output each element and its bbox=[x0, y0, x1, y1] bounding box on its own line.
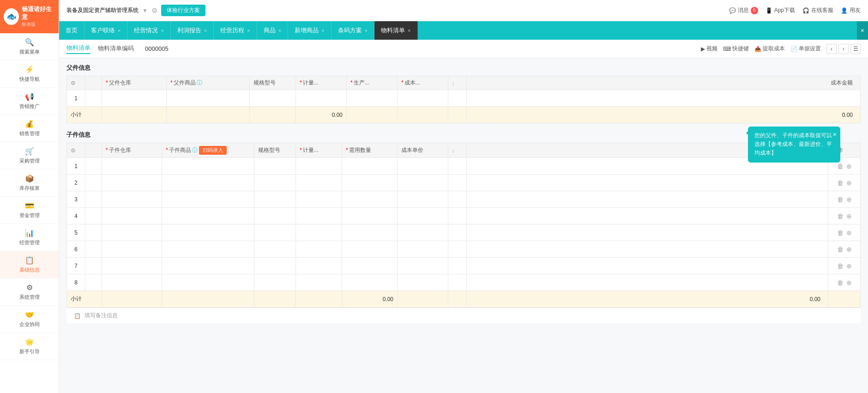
delete-icon[interactable]: 🗑 bbox=[837, 212, 844, 220]
delete-icon[interactable]: 🗑 bbox=[837, 246, 844, 253]
copy-icon[interactable]: ⊕ bbox=[846, 163, 852, 170]
parent-th-settings[interactable]: ⚙ bbox=[67, 76, 85, 90]
action-view[interactable]: ▶ 视频 bbox=[701, 45, 717, 53]
child-cell-spec[interactable] bbox=[254, 158, 296, 175]
copy-icon[interactable]: ⊕ bbox=[846, 212, 852, 220]
copy-icon[interactable]: ⊕ bbox=[846, 179, 852, 187]
tab-ops-status[interactable]: 经营情况 × bbox=[127, 21, 170, 40]
delete-icon[interactable]: 🗑 bbox=[837, 196, 844, 203]
parent-th-spec: 规格型号 bbox=[250, 76, 296, 90]
tab-customer[interactable]: 客户联络 × bbox=[84, 21, 127, 40]
delete-icon[interactable]: 🗑 bbox=[837, 179, 844, 187]
parent-cell-goods[interactable] bbox=[167, 90, 250, 107]
sidebar-item-quicknav[interactable]: ⚡ 快捷导航 bbox=[0, 60, 59, 88]
cart-icon: 🛒 bbox=[25, 147, 34, 156]
settings-gear-icon[interactable]: ⚙ bbox=[151, 6, 157, 15]
sidebar-item-corp[interactable]: 🤝 企业协同 bbox=[0, 306, 59, 333]
parent-subtotal-cost: 0.00 bbox=[296, 107, 347, 123]
sidebar-item-basic[interactable]: 📋 基础信息 bbox=[0, 251, 59, 278]
sidebar-item-purchase[interactable]: 🛒 采购管理 bbox=[0, 142, 59, 169]
close-icon[interactable]: × bbox=[247, 28, 250, 33]
sidebar-item-sales[interactable]: 💰 销售管理 bbox=[0, 115, 59, 142]
tooltip-close[interactable]: × bbox=[833, 129, 837, 139]
tab-goods[interactable]: 商品 × bbox=[257, 21, 288, 40]
sidebar-item-inventory[interactable]: 📦 库存核算 bbox=[0, 169, 59, 197]
prev-arrow[interactable]: ‹ bbox=[826, 44, 837, 54]
star-icon: 🌟 bbox=[25, 338, 34, 346]
child-th-settings[interactable]: ⚙ bbox=[67, 143, 85, 158]
system-name: 装备及固定资产辅助管理系统 bbox=[66, 6, 139, 14]
tab-profit[interactable]: 利润报告 × bbox=[171, 21, 214, 40]
subnav-tab-bom[interactable]: 物料清单 bbox=[66, 44, 90, 54]
doc-icon: 📄 bbox=[790, 46, 797, 52]
user-item[interactable]: 👤 用友 bbox=[841, 6, 861, 14]
copy-icon[interactable]: ⊕ bbox=[846, 229, 852, 236]
parent-th-sort: ↕ bbox=[448, 76, 467, 90]
child-cell-goods[interactable] bbox=[162, 158, 254, 175]
online-service-item[interactable]: 🎧 在线客服 bbox=[802, 6, 833, 14]
subnav-code-value: 0000005 bbox=[145, 45, 169, 52]
copy-icon[interactable]: ⊕ bbox=[846, 196, 852, 203]
copy-icon[interactable]: ⊕ bbox=[846, 279, 852, 286]
sidebar-item-marketing[interactable]: 📢 营销推广 bbox=[0, 88, 59, 115]
money-icon: 💰 bbox=[25, 120, 34, 128]
copy-icon[interactable]: ⊕ bbox=[846, 246, 852, 253]
settings-icon[interactable]: ⚙ bbox=[71, 80, 76, 86]
child-cell-unit-cost[interactable] bbox=[398, 158, 448, 175]
child-cell-warehouse[interactable] bbox=[102, 158, 162, 175]
message-icon: 💬 bbox=[729, 7, 736, 14]
close-icon[interactable]: × bbox=[204, 28, 207, 33]
delete-icon[interactable]: 🗑 bbox=[837, 163, 844, 170]
flash-icon: ⚡ bbox=[25, 65, 34, 74]
close-icon[interactable]: × bbox=[118, 28, 121, 33]
delete-icon[interactable]: 🗑 bbox=[837, 229, 844, 236]
keyboard-icon: ⌨ bbox=[723, 46, 731, 52]
action-cost[interactable]: 📤 提取成本 bbox=[754, 45, 785, 53]
app-download-item[interactable]: 📱 App下载 bbox=[766, 6, 795, 14]
close-icon[interactable]: × bbox=[321, 28, 324, 33]
delete-icon[interactable]: 🗑 bbox=[837, 279, 844, 286]
message-item[interactable]: 💬 消息 6 bbox=[729, 6, 758, 14]
next-arrow[interactable]: › bbox=[838, 44, 849, 54]
sidebar-item-search[interactable]: 🔍 搜索菜单 bbox=[0, 33, 59, 60]
child-cell-unit[interactable] bbox=[296, 158, 342, 175]
sidebar-item-finance[interactable]: 💳 资金管理 bbox=[0, 197, 59, 224]
close-icon[interactable]: × bbox=[408, 28, 410, 33]
sidebar-item-label: 资金管理 bbox=[19, 212, 40, 219]
tab-label: 经营情况 bbox=[134, 26, 158, 35]
sidebar-item-guide[interactable]: 🌟 新手引导 bbox=[0, 333, 59, 360]
action-settings[interactable]: 📄 单据设置 bbox=[790, 45, 821, 53]
sidebar-item-label: 营销推广 bbox=[19, 103, 40, 110]
tab-label: 首页 bbox=[66, 26, 78, 35]
trial-btn[interactable]: 体验行业方案 bbox=[161, 5, 205, 16]
parent-cell-unit[interactable] bbox=[296, 90, 347, 107]
menu-icon[interactable]: ☰ bbox=[850, 44, 861, 54]
parent-cell-warehouse[interactable] bbox=[102, 90, 167, 107]
sidebar-item-label: 经营管理 bbox=[19, 239, 40, 246]
parent-cell-cost[interactable] bbox=[398, 90, 448, 107]
parent-cell-produce[interactable] bbox=[347, 90, 398, 107]
dropdown-arrow[interactable]: ▼ bbox=[142, 7, 148, 14]
tab-home[interactable]: 首页 bbox=[59, 21, 84, 40]
child-th-qty: *需用数量 bbox=[342, 143, 398, 158]
close-icon[interactable]: × bbox=[365, 28, 368, 33]
sidebar-item-system[interactable]: ⚙ 系统管理 bbox=[0, 278, 59, 306]
parent-cell-spec[interactable] bbox=[250, 90, 296, 107]
settings-icon[interactable]: ⚙ bbox=[71, 147, 76, 154]
subnav-tab-code[interactable]: 物料清单编码 bbox=[98, 44, 134, 54]
sidebar-header: 🐟 畅通诸好生意 标准版 bbox=[0, 0, 59, 33]
tab-ops-history[interactable]: 经营历程 × bbox=[214, 21, 257, 40]
close-all-tabs[interactable]: × bbox=[857, 21, 868, 40]
copy-icon[interactable]: ⊕ bbox=[846, 262, 852, 270]
delete-icon[interactable]: 🗑 bbox=[837, 262, 844, 270]
child-cell-qty[interactable] bbox=[342, 158, 398, 175]
gear-icon: ⚙ bbox=[26, 283, 33, 292]
close-icon[interactable]: × bbox=[278, 28, 281, 33]
scan-input-btn[interactable]: 扫码录入 bbox=[199, 146, 227, 155]
action-shortcut[interactable]: ⌨ 快捷键 bbox=[723, 45, 749, 53]
sidebar-item-ops[interactable]: 📊 经营管理 bbox=[0, 224, 59, 251]
tab-new-goods[interactable]: 新增商品 × bbox=[288, 21, 331, 40]
tab-barcode[interactable]: 条码方案 × bbox=[332, 21, 374, 40]
close-icon[interactable]: × bbox=[161, 28, 163, 33]
tab-bom[interactable]: 物料清单 × bbox=[374, 21, 417, 40]
